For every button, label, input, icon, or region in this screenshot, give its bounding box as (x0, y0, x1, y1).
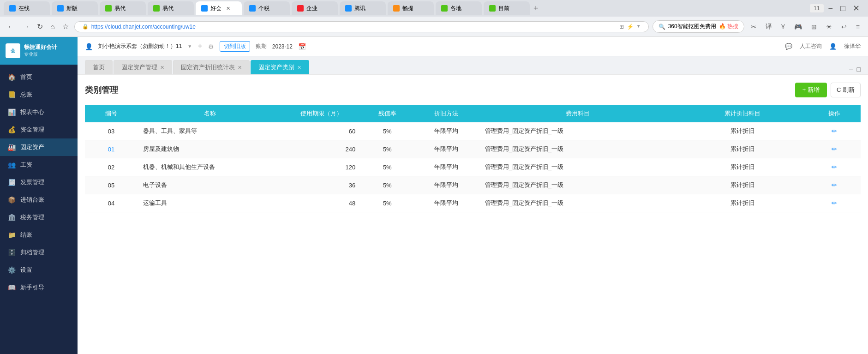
cell-method-1: 年限平均 (413, 122, 479, 140)
browser-tab-geshui[interactable]: 个税 (244, 1, 290, 15)
game-icon[interactable]: 🎮 (791, 22, 805, 31)
tab-favicon-1 (9, 5, 16, 12)
address-dropdown-icon[interactable]: ▼ (636, 24, 641, 30)
wallet-icon[interactable]: ¥ (778, 22, 788, 31)
search-icon: 🔍 (658, 24, 665, 30)
tab-label-11: 目前 (498, 5, 509, 12)
sidebar-item-payroll[interactable]: 👥 工资 (0, 156, 78, 174)
edit-button-4[interactable]: ✏ (832, 181, 837, 189)
sidebar-label-guide: 新手引导 (20, 283, 44, 292)
tab-label-9: 畅提 (402, 5, 413, 12)
add-account-button[interactable]: + (198, 42, 203, 51)
boost-icon[interactable]: ⚡ (627, 24, 634, 30)
sidebar-item-invoice[interactable]: 🧾 发票管理 (0, 174, 78, 191)
add-button[interactable]: + 新增 (795, 83, 827, 97)
page-body: 类别管理 + 新增 C 刷新 编号 名称 使用期限（月） 残值率 折旧方法 (78, 75, 868, 354)
page-tab-fixed-assets-mgmt[interactable]: 固定资产管理 ✕ (114, 60, 172, 74)
refresh-button[interactable]: C 刷新 (831, 83, 861, 97)
sidebar-item-tax[interactable]: 🏛️ 税务管理 (0, 209, 78, 226)
browser-tab-close-5[interactable]: ✕ (226, 6, 230, 12)
page-tab-home[interactable]: 首页 (85, 60, 113, 74)
sidebar-item-close[interactable]: 📁 结账 (0, 226, 78, 244)
minimize-button[interactable]: − (826, 4, 836, 13)
sidebar-item-reports[interactable]: 📊 报表中心 (0, 103, 78, 121)
sidebar-item-ledger[interactable]: 📒 总账 (0, 86, 78, 103)
translate-icon[interactable]: 译 (763, 22, 775, 32)
browser-tab-haohui[interactable]: 好会 ✕ (196, 1, 242, 15)
cell-code-2: 01 (85, 140, 138, 158)
reload-button[interactable]: ↻ (35, 20, 45, 33)
tab-favicon-5 (201, 5, 208, 12)
brightness-icon[interactable]: ☀ (823, 22, 835, 31)
edit-button-3[interactable]: ✏ (832, 163, 837, 171)
grid-icon[interactable]: ⊞ (808, 22, 820, 31)
tab-close-depreciation-table[interactable]: ✕ (238, 65, 242, 71)
col-header-method: 折旧方法 (413, 105, 479, 122)
page-tab-category[interactable]: 固定资产类别 ✕ (251, 60, 309, 74)
search-box[interactable]: 🔍 360智能抠图免费用 🔥 热搜 (652, 20, 744, 33)
col-header-name: 名称 (138, 105, 282, 122)
sidebar-item-home[interactable]: 🏠 首页 (0, 68, 78, 86)
logo-text-group: 畅捷通好会计 专业版 (24, 44, 57, 58)
edit-button-2[interactable]: ✏ (832, 145, 837, 153)
maximize-button[interactable]: □ (838, 4, 848, 13)
browser-tab-xinban[interactable]: 新版 (52, 1, 98, 15)
home-button[interactable]: ⌂ (48, 21, 57, 33)
cell-op-3: ✏ (808, 158, 861, 176)
tab-depreciation-table-label: 固定资产折旧统计表 (181, 63, 235, 72)
tab-favicon-4 (153, 5, 160, 12)
sidebar-label-archive: 归档管理 (20, 248, 44, 257)
back-button[interactable]: ← (6, 21, 17, 33)
sidebar-menu: 🏠 首页 📒 总账 📊 报表中心 💰 资金管理 🏭 固定资产 👥 工资 (0, 65, 78, 354)
browser-tab-gedi[interactable]: 各地 (436, 1, 482, 15)
sidebar-item-fixed-assets[interactable]: 🏭 固定资产 (0, 138, 78, 156)
page-maximize-button[interactable]: □ (857, 66, 861, 73)
logo-icon-text: 会 (11, 48, 15, 54)
sidebar-item-funds[interactable]: 💰 资金管理 (0, 121, 78, 138)
address-input[interactable]: 🔒 https://cloud.chanjet.com/accounting/u… (74, 21, 649, 32)
sidebar-item-settings[interactable]: ⚙️ 设置 (0, 261, 78, 279)
page-minimize-button[interactable]: − (849, 65, 853, 73)
scissors-icon[interactable]: ✂ (748, 22, 759, 31)
user-avatar-icon: 👤 (85, 43, 93, 50)
forward-button[interactable]: → (20, 21, 31, 33)
calendar-icon[interactable]: 📅 (298, 43, 306, 50)
tab-label-3: 易代 (114, 5, 126, 12)
tab-favicon-7 (297, 5, 304, 12)
sidebar-item-archive[interactable]: 🗄️ 归档管理 (0, 244, 78, 261)
site-info-icon[interactable]: ⊞ (619, 24, 624, 30)
cell-code-1: 03 (85, 122, 138, 140)
tab-close-fixed-assets-mgmt[interactable]: ✕ (160, 65, 164, 71)
consult-icon: 💬 (785, 43, 792, 50)
edit-button-5[interactable]: ✏ (832, 199, 837, 207)
browser-tab-yidai2[interactable]: 易代 (148, 1, 194, 15)
browser-tab-muqian[interactable]: 目前 (484, 1, 530, 15)
browser-tab-qiye[interactable]: 企业 (292, 1, 338, 15)
close-window-button[interactable]: ✕ (850, 3, 862, 13)
browser-tab-tengxun[interactable]: 腾讯 (340, 1, 386, 15)
tab-label-8: 腾讯 (354, 5, 365, 12)
reports-icon: 📊 (7, 108, 16, 116)
consult-label[interactable]: 人工咨询 (800, 42, 822, 50)
browser-tab-changtai[interactable]: 畅提 (388, 1, 434, 15)
browser-tab-yidai1[interactable]: 易代 (100, 1, 146, 15)
new-tab-button[interactable]: + (532, 4, 540, 13)
cell-period-3: 120 (282, 158, 361, 176)
switch-version-button[interactable]: 切到旧版 (220, 41, 250, 52)
sidebar-item-guide[interactable]: 📖 新手引导 (0, 279, 78, 296)
address-controls: ⊞ ⚡ ▼ (619, 24, 641, 30)
undo-icon[interactable]: ↩ (838, 22, 850, 31)
table-header: 编号 名称 使用期限（月） 残值率 折旧方法 费用科目 累计折旧科目 操作 (85, 105, 861, 122)
page-tab-depreciation-table[interactable]: 固定资产折旧统计表 ✕ (173, 60, 250, 74)
sidebar-label-ledger: 总账 (20, 90, 32, 99)
account-dropdown-icon[interactable]: ▼ (187, 44, 192, 49)
sidebar-item-inventory[interactable]: 📦 进销台账 (0, 191, 78, 209)
edit-button-1[interactable]: ✏ (832, 127, 837, 135)
col-header-period: 使用期限（月） (282, 105, 361, 122)
browser-tab-zaixin[interactable]: 在线 (4, 1, 50, 15)
menu-icon[interactable]: ≡ (853, 22, 862, 31)
header-right: 💬 人工咨询 👤 徐泽华 (785, 42, 861, 50)
settings-gear-button[interactable]: ⚙ (208, 43, 214, 50)
tab-close-category[interactable]: ✕ (297, 65, 301, 71)
bookmark-button[interactable]: ☆ (60, 20, 71, 33)
